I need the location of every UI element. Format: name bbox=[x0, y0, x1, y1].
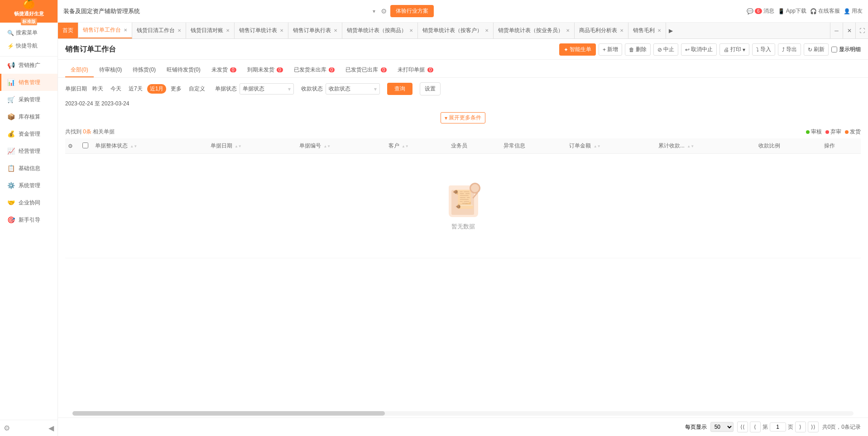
select-all-checkbox[interactable] bbox=[82, 142, 88, 148]
add-btn[interactable]: + 新增 bbox=[599, 43, 622, 56]
tab-cash-daily[interactable]: 钱货日清工作台 ✕ bbox=[132, 23, 186, 38]
cancel-stop-btn[interactable]: ↩ 取消中止 bbox=[681, 43, 717, 56]
last-page-btn[interactable]: ⟩⟩ bbox=[808, 422, 819, 432]
filter-tab-not-printed[interactable]: 未打印单据 0 bbox=[392, 63, 439, 77]
sidebar-item-sales[interactable]: 📊 销售管理 bbox=[0, 74, 58, 91]
collapse-icon[interactable]: ◀ bbox=[48, 424, 54, 432]
sidebar-item-inventory[interactable]: 📦 库存核算 bbox=[0, 108, 58, 125]
ship-action[interactable]: 发货 bbox=[845, 128, 861, 136]
tab-close-sale-stats-product[interactable]: ✕ bbox=[409, 28, 413, 33]
tab-sale-stats-customer[interactable]: 销货单统计表（按客户） ✕ bbox=[418, 23, 494, 38]
filter-tab-overdue[interactable]: 到期未发货 0 bbox=[242, 63, 288, 77]
tab-close-margin[interactable]: ✕ bbox=[620, 28, 623, 33]
col-settings[interactable]: ⚙ bbox=[65, 138, 78, 154]
next-page-btn[interactable]: ⟩ bbox=[795, 422, 806, 432]
tab-expand-btn[interactable]: ⛶ bbox=[855, 23, 868, 39]
tab-sale-stats-staff[interactable]: 销货单统计表（按业务员） ✕ bbox=[494, 23, 575, 38]
col-received: 累计收款... ▲▼ bbox=[656, 138, 756, 154]
settings-icon[interactable]: ⚙ bbox=[4, 424, 10, 432]
sort-customer-icon[interactable]: ▲▼ bbox=[402, 145, 409, 148]
settings-icon[interactable]: ⚙ bbox=[381, 7, 387, 15]
tab-close-order-stats[interactable]: ✕ bbox=[280, 28, 283, 33]
tab-close-cash-reconcile[interactable]: ✕ bbox=[226, 28, 230, 33]
tab-order-exec[interactable]: 销售订单执行表 ✕ bbox=[288, 23, 342, 38]
date-btn-1month[interactable]: 近1月 bbox=[147, 84, 167, 94]
date-btn-7days[interactable]: 近7天 bbox=[126, 84, 145, 94]
sidebar-item-base[interactable]: 📋 基础信息 bbox=[0, 160, 58, 177]
tab-close-all-btn[interactable]: ✕ bbox=[843, 23, 855, 39]
hscrollbar[interactable] bbox=[72, 411, 854, 416]
filter-tab-all[interactable]: 全部(0) bbox=[65, 63, 94, 77]
search-btn[interactable]: 查询 bbox=[387, 83, 412, 95]
tab-order-stats[interactable]: 销售订单统计表 ✕ bbox=[235, 23, 288, 38]
tab-more-btn[interactable]: ▶ bbox=[666, 28, 676, 34]
tab-home[interactable]: 首页 bbox=[58, 23, 78, 38]
date-btn-more[interactable]: 更多 bbox=[168, 84, 184, 94]
import-btn[interactable]: ⤵ 导入 bbox=[752, 43, 775, 56]
date-btn-custom[interactable]: 自定义 bbox=[186, 84, 208, 94]
show-detail-toggle[interactable]: 显示明细 bbox=[831, 46, 861, 53]
app-download-btn[interactable]: 📱 App下载 bbox=[778, 7, 806, 15]
show-detail-checkbox[interactable] bbox=[831, 47, 837, 52]
sidebar-item-marketing[interactable]: 📢 营销推广 bbox=[0, 57, 58, 74]
smart-create-btn[interactable]: ✦ 智能生单 bbox=[559, 43, 596, 56]
search-menu-item[interactable]: 🔍 搜索菜单 bbox=[4, 26, 54, 39]
tab-margin[interactable]: 商品毛利分析表 ✕ bbox=[575, 23, 628, 38]
filter-tab-pending-inspection[interactable]: 待拣货(0) bbox=[127, 63, 161, 77]
hscroll-thumb[interactable] bbox=[72, 411, 385, 416]
sort-status-icon[interactable]: ▲▼ bbox=[130, 145, 137, 148]
first-page-btn[interactable]: ⟨⟨ bbox=[737, 422, 748, 432]
expand-conditions-btn[interactable]: ▾ 展开更多条件 bbox=[441, 112, 485, 123]
sort-date-icon[interactable]: ▲▼ bbox=[235, 145, 242, 148]
tab-close-order-exec[interactable]: ✕ bbox=[334, 28, 337, 33]
sidebar-item-purchase[interactable]: 🛒 采购管理 bbox=[0, 91, 58, 108]
user-btn[interactable]: 👤 用友 bbox=[844, 7, 863, 15]
sidebar-item-guide[interactable]: 🎯 新手引导 bbox=[0, 211, 58, 228]
payment-select[interactable]: 收款状态 ▾ bbox=[326, 83, 380, 95]
sidebar-item-cooperation[interactable]: 🤝 企业协同 bbox=[0, 194, 58, 211]
sort-amount-icon[interactable]: ▲▼ bbox=[594, 145, 601, 148]
tab-close-sale-stats-staff[interactable]: ✕ bbox=[566, 28, 570, 33]
filter-tab-shipped-out[interactable]: 已发货已出库 0 bbox=[340, 63, 392, 77]
tab-sale-stats-product[interactable]: 销货单统计表（按商品） ✕ bbox=[342, 23, 418, 38]
tab-close-order-workbench[interactable]: ✕ bbox=[124, 28, 127, 33]
tab-close-sale-stats-customer[interactable]: ✕ bbox=[485, 28, 489, 33]
cancel-audit-action[interactable]: 弃审 bbox=[825, 128, 841, 136]
status-select[interactable]: 单据状态 ▾ bbox=[240, 83, 294, 95]
filter-tab-not-shipped[interactable]: 未发货 0 bbox=[206, 63, 242, 77]
tab-close-sale-profit[interactable]: ✕ bbox=[657, 28, 661, 33]
quick-nav-item[interactable]: ⚡ 快捷导航 bbox=[4, 39, 54, 52]
delete-btn[interactable]: 🗑 删除 bbox=[625, 43, 651, 56]
filter-tab-shipped-not-out-label: 已发货未出库 bbox=[294, 66, 326, 73]
sort-received-icon[interactable]: ▲▼ bbox=[687, 145, 694, 148]
tab-minimize-btn[interactable]: ─ bbox=[830, 23, 843, 39]
filter-tab-shipped-not-out[interactable]: 已发货未出库 0 bbox=[288, 63, 340, 77]
col-checkbox[interactable] bbox=[78, 138, 92, 154]
tab-order-workbench[interactable]: 销售订单工作台 ✕ bbox=[78, 23, 132, 38]
prev-page-btn[interactable]: ⟨ bbox=[750, 422, 761, 432]
page-size-select[interactable]: 50 10 20 100 bbox=[710, 422, 734, 432]
demo-btn[interactable]: 体验行业方案 bbox=[390, 5, 434, 17]
date-btn-yesterday[interactable]: 昨天 bbox=[90, 84, 106, 94]
sidebar-item-operation[interactable]: 📈 经营管理 bbox=[0, 142, 58, 160]
nav-label-marketing: 营销推广 bbox=[19, 62, 40, 69]
export-btn[interactable]: ⤴ 导出 bbox=[778, 43, 801, 56]
settings-btn[interactable]: 设置 bbox=[420, 82, 441, 95]
tab-close-cash-daily[interactable]: ✕ bbox=[177, 28, 181, 33]
refresh-btn[interactable]: ↻ 刷新 bbox=[804, 43, 829, 56]
audit-action[interactable]: 审核 bbox=[806, 128, 822, 136]
page-input[interactable] bbox=[770, 422, 786, 431]
date-btn-today[interactable]: 今天 bbox=[108, 84, 124, 94]
sidebar-item-finance[interactable]: 💰 资金管理 bbox=[0, 125, 58, 142]
dropdown-icon[interactable]: ▾ bbox=[373, 8, 375, 14]
filter-tab-wangpu[interactable]: 旺铺待发货(0) bbox=[161, 63, 206, 77]
sidebar-item-system[interactable]: ⚙️ 系统管理 bbox=[0, 177, 58, 194]
filter-tab-pending-review[interactable]: 待审核(0) bbox=[94, 63, 128, 77]
message-btn[interactable]: 💬 6 消息 bbox=[747, 7, 774, 15]
print-btn[interactable]: 🖨 打印 ▾ bbox=[719, 43, 749, 56]
tab-cash-reconcile[interactable]: 钱货日清对账 ✕ bbox=[186, 23, 235, 38]
tab-sale-profit[interactable]: 销售毛利 ✕ bbox=[628, 23, 666, 38]
online-service-btn[interactable]: 🎧 在线客服 bbox=[810, 7, 840, 15]
sort-number-icon[interactable]: ▲▼ bbox=[323, 145, 331, 148]
stop-btn[interactable]: ⊘ 中止 bbox=[653, 43, 678, 56]
